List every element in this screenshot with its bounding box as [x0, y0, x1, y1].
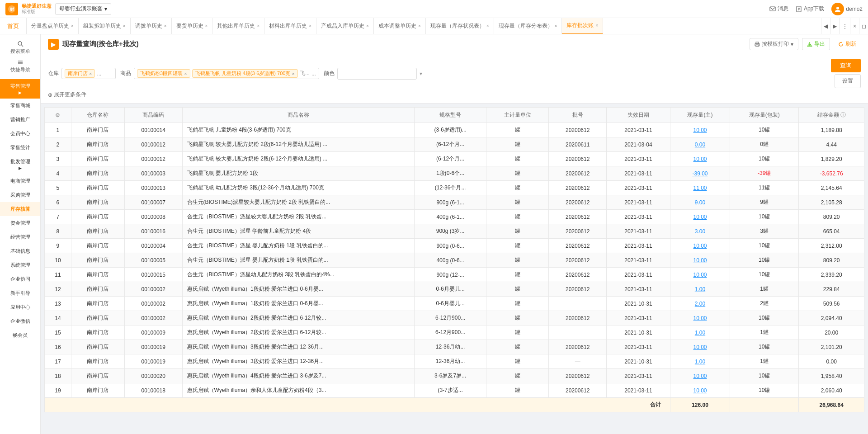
sidebar-item-guide[interactable]: 新手引导	[0, 286, 40, 300]
row-name[interactable]: 惠氏启赋（Wyeth illuma）4段奶粉 爱尔兰进口 3-6岁及7...	[182, 369, 415, 383]
row-name[interactable]: 合生元（BIOSTIME）派星 婴儿配方奶粉 1段 乳铁蛋白的...	[182, 253, 415, 268]
row-qty-main[interactable]: 10.00	[670, 152, 730, 166]
user-info[interactable]: demo2	[831, 3, 863, 15]
settings-icon[interactable]: ⚙	[55, 112, 60, 118]
sidebar-item-collab[interactable]: 企业协同	[0, 272, 40, 286]
row-qty-main[interactable]: 10.00	[670, 210, 730, 224]
row-qty-main[interactable]: 10.00	[670, 340, 730, 354]
workspace-selector[interactable]: 母婴行业演示账套 ▾	[55, 3, 111, 15]
tab-close-icon[interactable]: ×	[366, 24, 369, 28]
row-qty-main[interactable]: 1.00	[670, 354, 730, 369]
row-name[interactable]: 合生元（BIOSTIME）派星 学龄前儿童配方奶粉 4段	[182, 224, 415, 239]
row-name[interactable]: 飞鹤星飞帆 幼儿配方奶粉 3段(12-36个月幼儿适用) 700克	[182, 181, 415, 195]
tab-prev-btn[interactable]: ◀	[821, 18, 830, 34]
row-qty-main[interactable]: 3.00	[670, 224, 730, 239]
tab-close-icon[interactable]: ×	[555, 24, 557, 28]
color-input[interactable]	[337, 68, 417, 80]
row-qty-main[interactable]: 10.00	[670, 369, 730, 383]
tab-next-btn[interactable]: ▶	[830, 18, 839, 34]
sidebar-item-inventory[interactable]: 库存核算	[0, 202, 40, 216]
tab-home[interactable]: 首页	[0, 18, 27, 34]
refresh-btn[interactable]: 刷新	[834, 38, 861, 50]
print-dropdown-icon[interactable]: ▾	[791, 41, 793, 47]
product-more2[interactable]: ...	[311, 71, 316, 77]
tab-item-6[interactable]: 材料出库单历史 ×	[264, 18, 316, 34]
sidebar-item-member[interactable]: 会员中心	[0, 127, 40, 141]
row-name[interactable]: 惠氏启赋（Wyeth illuma）3段奶粉 爱尔兰进口 12-36月...	[182, 354, 415, 369]
tab-close-icon[interactable]: ×	[123, 24, 126, 28]
query-btn[interactable]: 查询	[831, 59, 861, 72]
row-name[interactable]: 惠氏启赋（Wyeth illuma）亲和人体儿童配方奶粉4段（3...	[182, 383, 415, 398]
sidebar-item-marketing[interactable]: 营销推广	[0, 113, 40, 127]
row-name[interactable]: 惠氏启赋（Wyeth illuma）2段奶粉 爱尔兰进口 6-12月较...	[182, 311, 415, 326]
toggle-sidebar-btn[interactable]: ▶	[48, 39, 59, 50]
tab-close-icon[interactable]: ×	[164, 24, 167, 28]
tab-item-4[interactable]: 要货单历史 ×	[172, 18, 213, 34]
product-input[interactable]: 飞鹤奶粉3段四罐装 × 飞鹤星飞帆 儿童奶粉 4段(3-6岁适用) 700克 ×…	[134, 68, 319, 79]
row-qty-main[interactable]: 10.00	[670, 253, 730, 268]
product-more[interactable]: 飞...	[300, 70, 310, 77]
tab-item-2[interactable]: 组装拆卸单历史 ×	[79, 18, 131, 34]
row-name[interactable]: 惠氏启赋（Wyeth illuma）2段奶粉 爱尔兰进口 6-12月较...	[182, 326, 415, 340]
tab-close-icon[interactable]: ×	[486, 24, 489, 28]
tab-item-9[interactable]: 现存量（库存状况表） ×	[426, 18, 494, 34]
row-name[interactable]: 飞鹤星飞帆 较大婴儿配方奶粉 2段(6-12个月婴幼儿适用) ...	[182, 137, 415, 152]
warehouse-more[interactable]: ...	[97, 71, 101, 77]
row-name[interactable]: 飞鹤星飞帆 儿童奶粉 4段(3-6岁适用) 700克	[182, 123, 415, 137]
sidebar-quick-nav[interactable]: 快捷导航	[0, 57, 40, 75]
sidebar-item-operations[interactable]: 经营管理	[0, 230, 40, 244]
row-qty-main[interactable]: 10.00	[670, 239, 730, 253]
print-btn[interactable]: 按模板打印 ▾	[750, 38, 798, 50]
row-qty-main[interactable]: -39.00	[670, 166, 730, 181]
warehouse-input[interactable]: 南岸门店 × ...	[61, 68, 116, 79]
color-dropdown-icon[interactable]: ▾	[420, 71, 422, 77]
tab-item-10[interactable]: 现存量（库存分布表） ×	[494, 18, 562, 34]
tab-item-11[interactable]: 库存批次账 ×	[562, 18, 603, 34]
row-qty-main[interactable]: 10.00	[670, 383, 730, 398]
remove-warehouse-tag-btn[interactable]: ×	[89, 71, 92, 76]
settings-btn[interactable]: 设置	[835, 74, 861, 88]
tab-close-icon[interactable]: ×	[309, 24, 311, 28]
sidebar-item-basic-info[interactable]: 基础信息	[0, 244, 40, 258]
tab-item-5[interactable]: 其他出库单历史 ×	[212, 18, 264, 34]
tab-item-8[interactable]: 成本调整单历史 ×	[374, 18, 426, 34]
sidebar-item-purchase[interactable]: 采购管理	[0, 188, 40, 202]
sidebar-item-wechat[interactable]: 企业微信	[0, 314, 40, 328]
export-btn[interactable]: 导出	[802, 38, 830, 50]
row-qty-main[interactable]: 10.00	[670, 268, 730, 282]
tab-close-icon[interactable]: ×	[595, 23, 598, 28]
sidebar-item-member2[interactable]: 畅会员	[0, 328, 40, 342]
row-name[interactable]: 飞鹤星飞帆 婴儿配方奶粉 1段	[182, 166, 415, 181]
row-name[interactable]: 惠氏启赋（Wyeth illuma）1段奶粉 爱尔兰进口 0-6月婴...	[182, 282, 415, 297]
sidebar-item-retail-mall[interactable]: 零售商城	[0, 99, 40, 113]
row-name[interactable]: 合生元（BIOSTIME）派星较大婴儿配方奶粉 2段 乳铁蛋...	[182, 210, 415, 224]
tab-expand-btn[interactable]: ◻	[859, 18, 868, 34]
color-input-field[interactable]	[340, 69, 414, 78]
row-qty-main[interactable]: 9.00	[670, 195, 730, 210]
sidebar-item-system[interactable]: 系统管理	[0, 258, 40, 272]
remove-product-tag-2-btn[interactable]: ×	[292, 71, 294, 76]
sidebar-item-ecommerce[interactable]: 电商管理	[0, 174, 40, 188]
amount-info-icon[interactable]: ⓘ	[840, 112, 846, 118]
sidebar-item-retail-mgmt[interactable]: 零售管理 ▶	[0, 79, 40, 99]
tab-close-icon[interactable]: ×	[257, 24, 259, 28]
col-settings[interactable]: ⚙	[45, 108, 71, 123]
row-name[interactable]: 合生元（BIOSTIME）派星 婴儿配方奶粉 1段 乳铁蛋白的...	[182, 239, 415, 253]
tab-close-icon[interactable]: ×	[71, 24, 74, 28]
row-name[interactable]: 惠氏启赋（Wyeth illuma）1段奶粉 爱尔兰进口 0-6月婴...	[182, 297, 415, 311]
tab-close-icon[interactable]: ×	[418, 24, 421, 28]
tab-item-3[interactable]: 调拨单历史 ×	[131, 18, 172, 34]
remove-product-tag-1-btn[interactable]: ×	[184, 71, 187, 76]
sidebar-search[interactable]: 搜索菜单	[0, 38, 40, 57]
tab-item-1[interactable]: 分量盘点单历史 ×	[27, 18, 79, 34]
row-name[interactable]: 飞鹤星飞帆 较大婴儿配方奶粉 2段(6-12个月婴幼儿适用) ...	[182, 152, 415, 166]
tab-close-all-btn[interactable]: ×	[850, 18, 859, 34]
tab-item-7[interactable]: 产成品入库单历史 ×	[316, 18, 374, 34]
row-name[interactable]: 合生元（BIOSTIME）派星幼儿配方奶粉 3段 乳铁蛋白的4%...	[182, 268, 415, 282]
sidebar-item-finance[interactable]: 资金管理	[0, 216, 40, 230]
row-qty-main[interactable]: 1.00	[670, 326, 730, 340]
row-qty-main[interactable]: 0.00	[670, 137, 730, 152]
sidebar-item-app-center[interactable]: 应用中心	[0, 300, 40, 314]
tab-more-btn[interactable]: ⋮	[839, 18, 850, 34]
row-name[interactable]: 惠氏启赋（Wyeth illuma）3段奶粉 爱尔兰进口 12-36月...	[182, 340, 415, 354]
